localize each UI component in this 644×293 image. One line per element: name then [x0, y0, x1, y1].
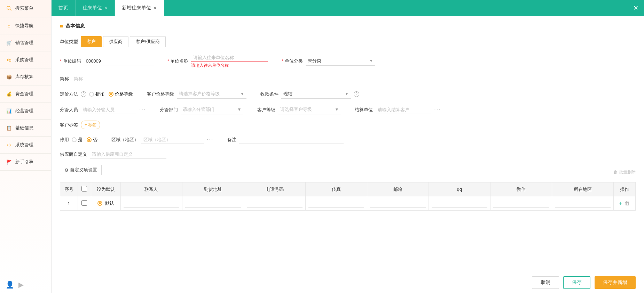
- unit-category-label: 单位分类: [282, 58, 303, 64]
- region-input[interactable]: [141, 136, 204, 144]
- row-checkbox[interactable]: [81, 200, 87, 206]
- supplier-custom-input[interactable]: [90, 150, 166, 158]
- tags-row: 客户标签 + 标签: [60, 121, 636, 129]
- pricing-help-icon[interactable]: ?: [81, 91, 86, 97]
- add-tag-button[interactable]: + 标签: [81, 121, 100, 129]
- main-area: 首页 往来单位 ✕ 新增往来单位 ✕ ✕ ■ 基本信息 单位类型 客户 供应商 …: [52, 0, 644, 293]
- close-all-tabs[interactable]: ✕: [628, 0, 644, 16]
- address-input[interactable]: [185, 199, 241, 207]
- region-table-input[interactable]: [555, 199, 611, 207]
- tab-bar: 首页 往来单位 ✕ 新增往来单位 ✕ ✕: [52, 0, 644, 16]
- btn-customer[interactable]: 客户: [81, 36, 102, 47]
- sidebar-item-guide[interactable]: 🚩 新手引导: [0, 154, 51, 171]
- customize-settings-btn[interactable]: ⚙ 自定义项设置: [60, 165, 102, 175]
- dept-select[interactable]: 请输入分管部门 ▼: [181, 105, 243, 114]
- region-group: 区域（地区） ···: [111, 136, 213, 144]
- cell-default: 默认: [91, 196, 120, 211]
- tab-home[interactable]: 首页: [52, 0, 76, 16]
- sidebar-item-operations[interactable]: 📊 经营管理: [0, 103, 51, 120]
- unit-category-value: 未分类: [308, 58, 321, 64]
- settlement-input[interactable]: [376, 106, 431, 114]
- pricing-discount-label: 折扣: [95, 91, 104, 97]
- gear-icon: ⚙: [6, 141, 13, 148]
- cell-phone: [244, 196, 305, 211]
- sidebar-item-label: 采购管理: [15, 57, 33, 63]
- customer-level-placeholder: 请选择客户等级: [280, 106, 312, 113]
- th-email: 邮箱: [367, 182, 429, 196]
- sidebar-item-label: 搜索菜单: [15, 5, 33, 11]
- qq-input[interactable]: [432, 199, 487, 207]
- tab-partners[interactable]: 往来单位 ✕: [76, 0, 115, 16]
- sidebar-item-system[interactable]: ⚙ 系统管理: [0, 137, 51, 154]
- manager-input[interactable]: [81, 106, 136, 114]
- email-input[interactable]: [370, 199, 426, 207]
- save-new-button[interactable]: 保存并新增: [595, 276, 636, 289]
- sidebar-item-search[interactable]: 搜索菜单: [0, 0, 51, 17]
- disabled-no-option[interactable]: 否: [87, 137, 97, 143]
- pricing-discount-radio[interactable]: [89, 92, 94, 97]
- customer-price-select[interactable]: 请选择客户价格等级 ▼: [177, 89, 246, 99]
- tab-new-partner-close[interactable]: ✕: [153, 6, 157, 10]
- th-wechat: 微信: [490, 182, 552, 196]
- remark-input[interactable]: [239, 136, 344, 144]
- customer-level-group: 客户等级 请选择客户等级 ▼: [257, 105, 341, 114]
- customer-price-group: 客户价格等级 请选择客户价格等级 ▼: [147, 89, 246, 99]
- th-phone: 电话号码: [244, 182, 305, 196]
- btn-supplier[interactable]: 供应商: [103, 36, 128, 47]
- contacts-table: 序号 设为默认 联系人 到货地址 电话号码 传真 邮箱 qq 微信 所在地区 操…: [60, 182, 636, 211]
- customer-price-label: 客户价格等级: [147, 91, 174, 97]
- th-contact: 联系人: [120, 182, 182, 196]
- pricing-level-radio[interactable]: [109, 92, 113, 97]
- pricing-level-option[interactable]: 价格等级: [109, 91, 133, 97]
- del-row-btn[interactable]: 🗑: [625, 200, 630, 206]
- region-dots[interactable]: ···: [207, 137, 213, 143]
- disabled-no-radio[interactable]: [87, 137, 92, 142]
- default-radio-item[interactable]: 默认: [94, 200, 118, 206]
- remark-group: 备注: [227, 136, 344, 144]
- settlement-group: 结算单位 ···: [355, 106, 441, 114]
- manager-dots[interactable]: ···: [139, 107, 146, 113]
- pricing-discount-option[interactable]: 折扣: [89, 91, 104, 97]
- payment-terms-select[interactable]: 现结 ▼: [281, 89, 351, 99]
- settlement-dots[interactable]: ···: [434, 107, 441, 113]
- tab-new-partner[interactable]: 新增往来单位 ✕: [115, 0, 164, 16]
- sidebar-item-finance[interactable]: 💰 资金管理: [0, 86, 51, 103]
- disabled-yes-option[interactable]: 是: [72, 137, 83, 143]
- batch-delete-btn[interactable]: 🗑 批量删除: [613, 169, 636, 175]
- unit-type-label: 单位类型: [60, 39, 78, 45]
- btn-both[interactable]: 客户/供应商: [130, 36, 166, 47]
- payment-help-icon[interactable]: ?: [354, 91, 359, 97]
- save-button[interactable]: 保存: [563, 276, 590, 289]
- cell-qq: [429, 196, 490, 211]
- shortname-group: 简称: [60, 75, 141, 83]
- unit-name-input[interactable]: [191, 54, 268, 62]
- sidebar-item-inventory[interactable]: 📦 库存核算: [0, 68, 51, 86]
- disabled-radio-group: 是 否: [72, 137, 97, 143]
- cancel-button[interactable]: 取消: [532, 276, 559, 289]
- default-radio[interactable]: [97, 201, 102, 206]
- short-name-input[interactable]: [72, 75, 141, 83]
- select-all-checkbox[interactable]: [81, 186, 87, 192]
- cell-wechat: [490, 196, 552, 211]
- add-row-btn[interactable]: +: [619, 200, 622, 206]
- wechat-input[interactable]: [493, 199, 549, 207]
- sidebar-item-basic[interactable]: 📋 基础信息: [0, 120, 51, 137]
- manager-label: 分管人员: [60, 107, 78, 113]
- fax-input[interactable]: [308, 199, 364, 207]
- flag-icon: 🚩: [6, 158, 13, 165]
- unit-code-input[interactable]: [84, 57, 154, 65]
- tab-partners-close[interactable]: ✕: [104, 6, 108, 10]
- unit-type-group: 单位类型 客户 供应商 客户/供应商: [60, 36, 166, 47]
- customer-level-select[interactable]: 请选择客户等级 ▼: [278, 105, 341, 114]
- pricing-method-group: 定价方法 ? 折扣 价格等级: [60, 91, 133, 97]
- phone-input[interactable]: [247, 199, 303, 207]
- user-icon: 👤: [6, 280, 14, 289]
- sidebar-item-quicknav[interactable]: ⌂ 快捷导航: [0, 17, 51, 34]
- sidebar-item-purchase[interactable]: 🛍 采购管理: [0, 51, 51, 68]
- contact-input[interactable]: [124, 199, 179, 207]
- short-name-label: 简称: [60, 76, 69, 82]
- sidebar-item-label: 基础信息: [15, 125, 33, 131]
- disabled-yes-radio[interactable]: [72, 137, 77, 142]
- sidebar-item-sales[interactable]: 🛒 销售管理: [0, 34, 51, 51]
- unit-category-select[interactable]: 未分类 ▼: [306, 56, 375, 66]
